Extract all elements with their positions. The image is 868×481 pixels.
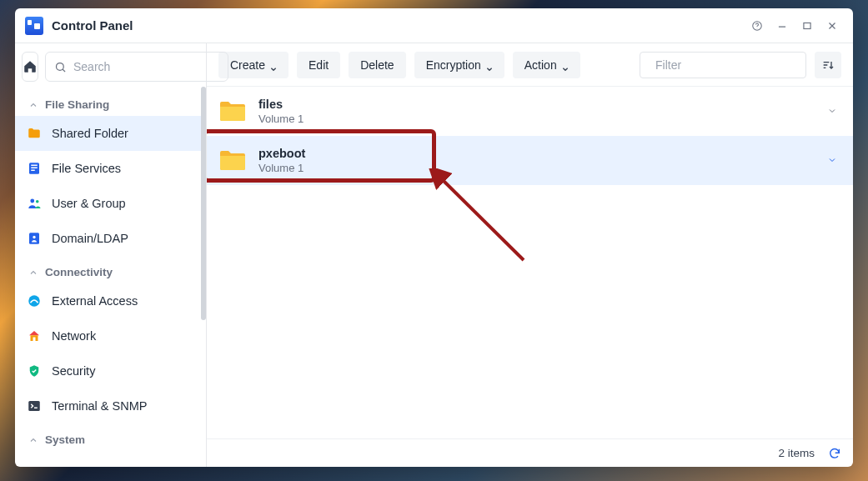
filter-input[interactable] [655,58,801,72]
encryption-button[interactable]: Encryption [414,52,504,78]
user-group-icon [27,196,42,211]
svg-rect-9 [31,165,38,167]
maximize-button[interactable] [795,13,820,38]
list-item[interactable]: pxeboot Volume 1 [207,136,853,185]
item-count: 2 items [778,447,815,459]
delete-button[interactable]: Delete [349,52,405,78]
svg-point-6 [57,63,64,70]
folder-icon [215,93,250,128]
refresh-button[interactable] [825,443,845,463]
domain-ldap-icon [27,231,42,246]
sidebar-item-shared-folder[interactable]: Shared Folder [15,116,206,151]
control-panel-window: Control Panel [15,8,853,467]
folder-name: files [258,98,825,111]
button-label: Edit [309,58,329,72]
window-body: File Sharing Shared Folder File Services [15,43,853,467]
button-label: Encryption [426,58,481,72]
chevron-up-icon [28,435,38,445]
sidebar: File Sharing Shared Folder File Services [15,43,207,467]
sidebar-item-label: File Services [52,162,121,175]
sidebar-search[interactable] [45,52,228,82]
terminal-icon [27,398,42,413]
section-system[interactable]: System [15,423,206,451]
section-file-sharing[interactable]: File Sharing [15,88,206,116]
svg-point-16 [28,295,40,307]
section-label: File Sharing [45,98,109,111]
folder-icon [215,143,250,178]
minimize-button[interactable] [770,13,795,38]
folder-location: Volume 1 [258,162,825,174]
shield-icon [27,363,42,378]
svg-rect-18 [33,338,36,342]
toolbar: Create Edit Delete Encryption Action [207,43,853,87]
sort-icon [821,58,835,72]
expand-toggle[interactable] [825,103,840,118]
button-label: Create [230,58,265,72]
sidebar-item-label: Terminal & SNMP [52,399,147,413]
button-label: Action [524,58,557,72]
svg-line-7 [63,69,65,72]
main-panel: Create Edit Delete Encryption Action [207,43,853,467]
window-title: Control Panel [52,18,133,33]
folder-name: pxeboot [258,147,825,160]
svg-rect-10 [31,168,38,169]
chevron-up-icon [28,268,38,278]
sidebar-item-label: Domain/LDAP [52,232,128,245]
filter-box[interactable] [640,52,806,78]
sidebar-item-user-group[interactable]: User & Group [15,186,206,221]
create-button[interactable]: Create [218,52,288,78]
chevron-down-icon [827,106,837,116]
sidebar-item-network[interactable]: Network [15,318,206,353]
sidebar-item-external-access[interactable]: External Access [15,283,206,318]
svg-rect-3 [804,23,810,28]
search-icon [54,61,67,73]
sidebar-item-file-services[interactable]: File Services [15,151,206,186]
svg-point-12 [30,199,34,203]
svg-point-13 [36,200,39,203]
sidebar-top-row [15,43,206,88]
caret-down-icon [486,62,493,68]
home-button[interactable] [22,52,38,82]
sidebar-nav: File Sharing Shared Folder File Services [15,88,206,467]
section-connectivity[interactable]: Connectivity [15,256,206,283]
sidebar-item-domain-ldap[interactable]: Domain/LDAP [15,221,206,256]
chevron-up-icon [28,100,38,110]
shared-folder-icon [27,126,42,141]
svg-rect-19 [28,401,40,411]
sidebar-item-label: Shared Folder [52,127,128,140]
help-button[interactable] [745,13,770,38]
sidebar-item-terminal-snmp[interactable]: Terminal & SNMP [15,388,206,423]
svg-rect-11 [31,170,35,172]
search-input[interactable] [73,60,219,73]
sidebar-item-security[interactable]: Security [15,353,206,388]
folder-list: files Volume 1 pxeboot Volume 1 [207,87,853,438]
file-services-icon [27,161,42,176]
sidebar-item-label: User & Group [52,197,126,210]
caret-down-icon [562,62,569,68]
sidebar-item-label: External Access [52,294,138,308]
chevron-down-icon [827,155,837,165]
refresh-icon [828,447,841,460]
section-label: System [45,433,85,446]
sidebar-scrollbar[interactable] [201,87,206,467]
svg-line-24 [443,180,524,260]
caret-down-icon [270,62,277,68]
expand-toggle[interactable] [825,153,840,168]
list-item[interactable]: files Volume 1 [207,87,853,136]
svg-point-1 [757,28,758,28]
sidebar-item-label: Network [52,329,96,343]
close-button[interactable] [820,13,845,38]
sidebar-item-label: Security [52,364,95,378]
action-button[interactable]: Action [513,52,580,78]
titlebar: Control Panel [15,8,853,43]
section-label: Connectivity [45,266,113,278]
folder-location: Volume 1 [258,113,825,125]
edit-button[interactable]: Edit [297,52,340,78]
sort-button[interactable] [815,52,841,78]
svg-point-15 [33,236,35,238]
app-icon [25,17,43,35]
button-label: Delete [360,58,394,72]
network-icon [27,328,42,343]
external-access-icon [27,293,42,308]
statusbar: 2 items [207,438,853,467]
